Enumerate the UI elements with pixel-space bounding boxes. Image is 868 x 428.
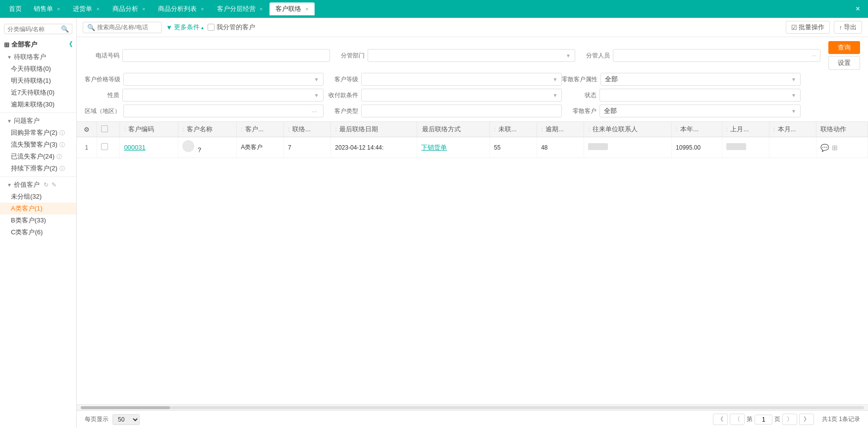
filter-price-grade: 客户价格等级 ▼	[85, 73, 324, 86]
sidebar-search-input[interactable]	[7, 26, 61, 33]
batch-operation-btn[interactable]: ☑ 批量操作	[786, 21, 830, 34]
th-name[interactable]: : 客户名称	[178, 122, 237, 137]
sidebar-item-warning[interactable]: 流失预警客户(3) ⓘ	[0, 139, 76, 151]
type-select[interactable]	[361, 105, 562, 117]
sidebar-item-lost[interactable]: 已流失客户(24) ⓘ	[0, 151, 76, 162]
th-contacts-person[interactable]: : 往来单位联系人	[584, 122, 672, 137]
edit-icon[interactable]: ✎	[52, 181, 56, 188]
close-tab-customer-tier[interactable]: ×	[260, 6, 263, 12]
per-page-select[interactable]: 50 20 100	[112, 414, 140, 425]
prev-page-btn[interactable]: 〈	[730, 414, 745, 425]
setting-btn[interactable]: 设置	[828, 56, 860, 70]
next-page-btn[interactable]: 〉	[782, 414, 797, 425]
td-this-month	[769, 137, 816, 158]
grade-select[interactable]: ▼	[361, 73, 562, 86]
pay-select[interactable]: ▼	[361, 89, 562, 102]
sidebar-search-wrap[interactable]: 🔍	[4, 24, 72, 34]
scrollbar-track[interactable]	[81, 406, 864, 409]
close-tab-customer-contact[interactable]: ×	[305, 6, 308, 12]
th-checkbox[interactable]	[97, 122, 120, 137]
th-overdue[interactable]: : 逾期...	[537, 122, 584, 137]
select-all-checkbox[interactable]	[101, 125, 108, 132]
sidebar-item-class-c[interactable]: C类客户(6)	[0, 226, 76, 238]
tab-customer-tier[interactable]: 客户分层经营 ×	[211, 2, 269, 15]
export-btn[interactable]: ↑ 导出	[834, 21, 863, 34]
close-tab-analysis[interactable]: ×	[142, 6, 145, 12]
sidebar-item-abnormal[interactable]: 回购异常客户(2) ⓘ	[0, 127, 76, 139]
sidebar-item-class-b[interactable]: B类客户(33)	[0, 214, 76, 226]
dept-select[interactable]: ▼	[368, 49, 575, 62]
search-input[interactable]	[97, 24, 157, 31]
th-code[interactable]: : 客户编码	[120, 122, 178, 137]
th-last-method[interactable]: 最后联络方式	[417, 122, 490, 137]
filter-grade: 客户等级 ▼	[324, 73, 562, 86]
retail-select[interactable]: 全部 ▼	[599, 105, 801, 117]
td-check[interactable]	[97, 137, 120, 158]
tab-sales[interactable]: 销售单 ×	[28, 2, 66, 15]
sidebar-item-ungrouped[interactable]: 未分组(32)	[0, 191, 76, 203]
phone-input[interactable]	[122, 49, 330, 62]
query-btn[interactable]: 查询	[828, 41, 860, 54]
scrollbar-thumb[interactable]	[81, 406, 170, 409]
price-grade-select[interactable]: ▼	[123, 73, 324, 86]
status-select[interactable]: ▼	[599, 89, 801, 102]
filter-phone: 电话号码	[85, 49, 330, 62]
th-type[interactable]: : 客户...	[237, 122, 284, 137]
close-tab-analysis-list[interactable]: ×	[201, 6, 204, 12]
more-conditions-btn[interactable]: ▼ 更多条件 ▴	[166, 23, 204, 32]
retail-attr-select[interactable]: 全部 ▼	[600, 73, 801, 86]
person-select[interactable]: ···	[613, 49, 820, 62]
sidebar-item-declining[interactable]: 持续下滑客户(2) ⓘ	[0, 162, 76, 174]
nature-label: 性质	[85, 91, 119, 100]
close-tab-purchase[interactable]: ×	[96, 6, 99, 12]
filter-retail: 零散客户 全部 ▼	[562, 105, 801, 117]
tab-analysis[interactable]: 商品分析 ×	[107, 2, 151, 15]
th-this-year[interactable]: : 本年...	[672, 122, 722, 137]
sidebar-item-class-a[interactable]: A类客户(1)	[0, 203, 76, 214]
sidebar-collapse-btn[interactable]: 《	[66, 40, 72, 49]
filter-icon: ▼	[166, 24, 172, 31]
th-gear[interactable]: ⚙	[77, 122, 97, 137]
close-all-tabs[interactable]: ×	[852, 2, 864, 15]
home-tab[interactable]: 首页	[4, 2, 27, 15]
qr-icon[interactable]: ⊞	[832, 144, 838, 152]
th-contact[interactable]: : 联络...	[284, 122, 331, 137]
table-header-row: ⚙ : 客户编码 : 客户名称	[77, 122, 868, 137]
last-page-btn[interactable]: 》	[799, 414, 814, 425]
tab-purchase[interactable]: 进货单 ×	[67, 2, 105, 15]
refresh-icon[interactable]: ↻	[44, 181, 49, 188]
my-customers-check[interactable]: 我分管的客户	[208, 23, 255, 32]
th-this-month[interactable]: : 本月...	[769, 122, 816, 137]
tab-customer-contact[interactable]: 客户联络 ×	[270, 2, 314, 15]
th-last-date[interactable]: : 最后联络日期	[331, 122, 417, 137]
sidebar-item-7days[interactable]: 近7天待联络(0)	[0, 87, 76, 99]
sidebar-item-tomorrow[interactable]: 明天待联络(1)	[0, 75, 76, 87]
first-page-btn[interactable]: 《	[713, 414, 728, 425]
row-checkbox[interactable]	[101, 143, 108, 150]
filter-row-3: 性质 ▼ 收付款条件 ▼ 状态	[85, 89, 860, 102]
nature-select[interactable]: ▼	[122, 89, 324, 102]
sidebar-item-overdue[interactable]: 逾期未联络(30)	[0, 99, 76, 110]
td-last-method[interactable]: 下销货单	[417, 137, 490, 158]
my-customers-checkbox[interactable]	[208, 24, 215, 31]
arrow-down-icon-2: ▼	[7, 118, 12, 124]
th-last-month[interactable]: : 上月...	[722, 122, 769, 137]
page-number-input[interactable]	[755, 415, 772, 425]
close-tab-sales[interactable]: ×	[57, 6, 60, 12]
region-select[interactable]: ···	[123, 105, 324, 117]
sidebar-group-value[interactable]: ▼ 价值客户 ↻ ✎	[0, 179, 76, 191]
sidebar-group-problem[interactable]: ▼ 问题客户	[0, 115, 76, 127]
tab-analysis-list[interactable]: 商品分析列表 ×	[152, 2, 210, 15]
th-no-contact[interactable]: : 未联...	[490, 122, 537, 137]
horizontal-scrollbar[interactable]	[77, 404, 868, 410]
per-page-label: 每页显示	[85, 415, 108, 424]
filter-type: 客户类型	[324, 105, 562, 117]
search-wrap[interactable]: 🔍	[83, 22, 162, 33]
sidebar-item-today[interactable]: 今天待联络(0)	[0, 63, 76, 75]
total-records-label: 共1页 1条记录	[822, 415, 860, 424]
td-code[interactable]: 000031	[120, 137, 178, 158]
grade-chevron-icon: ▼	[552, 77, 557, 82]
td-last-month	[722, 137, 769, 158]
sidebar-group-pending[interactable]: ▼ 待联络客户	[0, 51, 76, 63]
message-icon[interactable]: 💬	[820, 144, 829, 152]
